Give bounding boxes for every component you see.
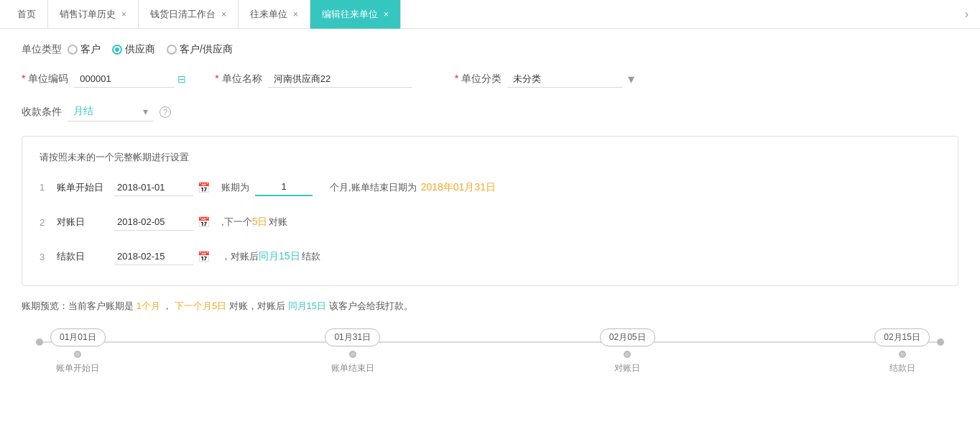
payment-help-icon[interactable]: ? [160,106,171,118]
radio-supplier[interactable]: 供应商 [112,43,155,56]
timeline-start-dot [36,339,43,346]
period-row-3-label: 结款日 [57,250,114,263]
timeline-dot-3 [624,351,631,358]
preview-part1: 1个月 [137,300,160,311]
period-row-1-calendar-icon[interactable]: 📅 [198,182,210,193]
timeline-point-4: 02月15日 结款日 [874,328,930,374]
timeline-point-3: 02月05日 对账日 [600,328,655,374]
unit-category-item: 单位分类 ▾ [455,70,634,88]
preview-prefix: 账期预览：当前客户账期是 [22,300,134,311]
payment-label: 收款条件 [22,106,62,119]
payment-item: 收款条件 月结 ▾ ? [22,102,171,121]
period-row-1-num: 1 [40,182,57,193]
radio-both-circle [167,45,177,55]
preview-sep1: ， [162,300,172,311]
unit-code-copy-icon[interactable]: ⊟ [177,73,186,85]
period-row-1-desc-prefix: 账期为 [221,181,249,194]
period-row-1: 1 账单开始日 📅 账期为 个月,账单结束日期为 2018年01月31日 [40,178,940,196]
period-row-1-date[interactable] [114,179,193,196]
period-row-1-end-date: 2018年01月31日 [421,181,496,194]
tab-partner-unit-close[interactable]: × [293,9,298,19]
period-row-3-date[interactable] [114,248,193,265]
period-row-1-desc-suffix: 个月,账单结束日期为 [330,181,417,194]
period-row-2-num: 2 [40,217,57,228]
period-row-3: 3 结款日 📅 ，对账后 同月15日 结款 [40,248,940,265]
timeline-dot-2 [349,351,356,358]
tab-sales-history[interactable]: 销售订单历史 × [48,0,139,29]
preview-part2: 下一个月5日 [175,300,226,311]
period-row-3-desc-prefix: ，对账后 [221,250,259,263]
timeline-points-row: 01月01日 账单开始日 01月31日 账单结束日 02月05日 对账日 [50,328,930,374]
period-row-2-desc-suffix: 对账 [269,216,287,229]
payment-value: 月结 [73,105,137,118]
period-row-1-months-input[interactable] [255,178,313,196]
period-settings-box: 请按照未来的一个完整帐期进行设置 1 账单开始日 📅 账期为 个月,账单结束日期… [22,136,958,286]
tab-partner-unit[interactable]: 往来单位 × [239,0,310,29]
timeline-dot-4 [899,351,906,358]
period-row-2-desc-prefix: ,下一个 [221,216,252,229]
radio-customer-label: 客户 [80,43,101,56]
radio-both-label: 客户/供应商 [180,43,233,56]
period-box-title: 请按照未来的一个完整帐期进行设置 [40,151,940,164]
payment-arrow-icon: ▾ [143,106,148,117]
period-row-3-num: 3 [40,252,57,262]
period-row-1-label: 账单开始日 [57,181,114,194]
unit-name-item: 单位名称 [215,70,411,88]
unit-category-select-wrapper: ▾ [507,70,634,88]
tab-cash-work-close[interactable]: × [221,9,226,19]
unit-code-label: 单位编码 [22,73,68,86]
timeline-track: 01月01日 账单开始日 01月31日 账单结束日 02月05日 对账日 [43,328,937,374]
period-row-2: 2 对账日 📅 ,下一个 5日 对账 [40,213,940,231]
period-row-3-desc-suffix: 结款 [302,250,320,263]
period-row-3-calendar-icon[interactable]: 📅 [198,251,210,262]
tab-edit-partner-label: 编辑往来单位 [322,8,378,21]
radio-supplier-circle [112,45,122,55]
timeline-label-2: 账单结束日 [331,362,374,374]
period-row-2-calendar-icon[interactable]: 📅 [198,216,210,228]
unit-name-input[interactable] [268,70,412,88]
unit-category-input[interactable] [507,70,622,88]
timeline-end-dot [937,339,944,346]
period-row-2-highlight: 5日 [252,216,268,229]
timeline-badge-1: 01月01日 [50,328,106,346]
tab-more-button[interactable]: › [959,8,974,21]
tab-cash-work[interactable]: 钱货日清工作台 × [139,0,239,29]
period-row-2-date[interactable] [114,213,193,231]
payment-row: 收款条件 月结 ▾ ? [22,102,958,121]
tab-partner-unit-label: 往来单位 [250,8,287,21]
radio-both[interactable]: 客户/供应商 [167,43,233,56]
unit-category-label: 单位分类 [455,73,501,86]
unit-info-row: 单位编码 ⊟ 单位名称 单位分类 ▾ [22,70,958,88]
timeline-label-4: 结款日 [889,362,915,374]
unit-category-arrow-icon[interactable]: ▾ [628,71,634,87]
timeline-label-3: 对账日 [614,362,640,374]
tab-home-label: 首页 [17,8,36,21]
tabs-bar: 首页 销售订单历史 × 钱货日清工作台 × 往来单位 × 编辑往来单位 × › [0,0,980,29]
main-content: 单位类型 客户 供应商 客户/供应商 单位编码 [0,29,980,437]
tab-cash-work-label: 钱货日清工作台 [150,8,216,21]
tab-home[interactable]: 首页 [6,0,48,29]
unit-code-input-wrapper: ⊟ [74,70,186,88]
payment-select[interactable]: 月结 ▾ [68,102,154,121]
tab-edit-partner-close[interactable]: × [384,9,389,19]
timeline: 01月01日 账单开始日 01月31日 账单结束日 02月05日 对账日 [22,328,958,374]
tab-sales-history-close[interactable]: × [121,9,126,19]
radio-supplier-label: 供应商 [125,43,155,56]
unit-type-label: 单位类型 [22,43,62,56]
timeline-label-1: 账单开始日 [56,362,99,374]
tab-edit-partner[interactable]: 编辑往来单位 × [310,0,401,29]
timeline-badge-4: 02月15日 [874,328,930,346]
unit-type-item: 单位类型 客户 供应商 客户/供应商 [22,43,233,56]
unit-type-radio-group: 客户 供应商 客户/供应商 [68,43,233,56]
timeline-dot-1 [74,351,81,358]
period-row-2-label: 对账日 [57,216,114,229]
radio-customer[interactable]: 客户 [68,43,101,56]
radio-customer-circle [68,45,78,55]
preview-part3: 同月15日 [288,300,326,311]
preview-sep2: 对账，对账后 [229,300,285,311]
period-row-3-highlight: 同月15日 [259,250,300,263]
timeline-badge-2: 01月31日 [325,328,380,346]
unit-code-input[interactable] [74,70,175,88]
timeline-point-2: 01月31日 账单结束日 [325,328,380,374]
unit-type-row: 单位类型 客户 供应商 客户/供应商 [22,43,958,56]
